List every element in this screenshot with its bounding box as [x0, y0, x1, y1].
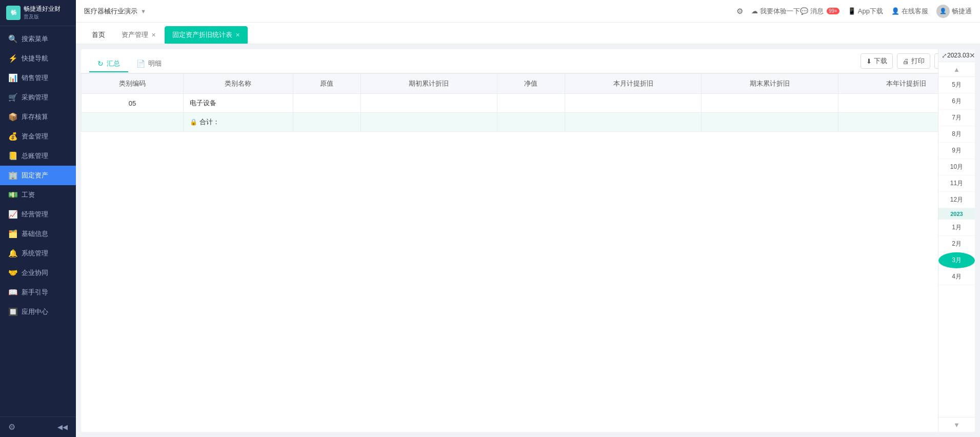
col-period-end: 期末累计折旧	[702, 74, 838, 94]
sidebar-item-label-guide: 新手引导	[22, 288, 48, 297]
print-button[interactable]: 🖨 打印	[897, 53, 930, 69]
depreciation-table: 类别编码 类别名称 原值 期初累计折旧 净值 本月计提折旧 期末累计折旧 本年计…	[81, 73, 975, 132]
col-original: 原值	[293, 74, 361, 94]
sidebar-item-apps[interactable]: 🔲应用中心	[0, 302, 76, 322]
col-code: 类别编码	[82, 74, 184, 94]
sidebar-item-label-purchase: 采购管理	[22, 93, 48, 102]
apps-icon: 🔲	[8, 307, 17, 316]
col-net: 净值	[497, 74, 565, 94]
app-download-action[interactable]: 📱 App下载	[848, 7, 883, 16]
month-item-5[interactable]: 5月	[938, 77, 975, 93]
header-settings-icon[interactable]: ⚙	[736, 7, 743, 16]
row-monthly	[565, 94, 701, 113]
sidebar-item-label-quicknav: 快捷导航	[22, 54, 48, 63]
sub-tab-summary[interactable]: ↻ 汇总	[89, 56, 128, 72]
top-header: 医疗器械行业演示 ▼ ⚙ ☁ 我要体验一下 💬 消息 99+ 📱 App下载 👤…	[76, 0, 980, 23]
row-period-end	[702, 94, 838, 113]
sidebar-item-inventory[interactable]: 📦库存核算	[0, 107, 76, 127]
month-item-11[interactable]: 11月	[938, 175, 975, 192]
date-panel-expand-icon[interactable]: ⤢	[942, 52, 947, 59]
experience-icon: ☁	[751, 7, 758, 15]
tab-assets[interactable]: 资产管理 ✕	[114, 26, 164, 44]
sidebar-item-quicknav[interactable]: ⚡快捷导航	[0, 49, 76, 68]
assets-tab-label: 资产管理	[122, 30, 148, 39]
sub-tab-detail[interactable]: 📄 明细	[128, 56, 170, 72]
depreciation-tab-close-icon[interactable]: ✕	[235, 32, 240, 38]
date-scroll-up-icon[interactable]: ▲	[952, 64, 962, 74]
row-original	[293, 94, 361, 113]
month-item-2[interactable]: 2月	[938, 236, 975, 252]
page-content: ↻ 汇总 📄 明细 ⬇ 下载 🖨 打印 ↻	[81, 49, 975, 432]
row-net	[497, 94, 565, 113]
date-panel: ⤢ 2023.03 ✕ ▲ 5月 6月 7月 8月 9月 10月 11月 12月…	[938, 49, 975, 432]
logo-name: 畅捷通好业财	[24, 5, 61, 13]
purchase-icon: 🛒	[8, 93, 17, 102]
logo-sub: 普及版	[24, 13, 61, 21]
search-icon: 🔍	[8, 34, 17, 44]
collapse-icon[interactable]: ◀◀	[57, 423, 68, 431]
sidebar-item-fixed[interactable]: 🏢固定资产	[0, 166, 76, 185]
inventory-icon: 📦	[8, 112, 17, 122]
month-item-4[interactable]: 4月	[938, 269, 975, 285]
assets-tab-close-icon[interactable]: ✕	[151, 32, 156, 38]
sidebar-item-salary[interactable]: 💵工资	[0, 185, 76, 205]
month-item-9[interactable]: 9月	[938, 143, 975, 159]
month-item-6[interactable]: 6月	[938, 93, 975, 110]
sidebar-bottom: ⚙ ◀◀	[0, 416, 76, 437]
summary-tab-icon: ↻	[97, 59, 104, 68]
sidebar-item-basic[interactable]: 🗂️基础信息	[0, 224, 76, 244]
sidebar-item-funds[interactable]: 💰资金管理	[0, 127, 76, 146]
download-button[interactable]: ⬇ 下载	[861, 53, 893, 69]
date-panel-title: 2023.03	[947, 52, 969, 59]
main-area: 医疗器械行业演示 ▼ ⚙ ☁ 我要体验一下 💬 消息 99+ 📱 App下载 👤…	[76, 0, 980, 437]
home-tab-label: 首页	[92, 30, 105, 39]
settings-icon[interactable]: ⚙	[8, 422, 15, 432]
sidebar-item-ledger[interactable]: 📒总账管理	[0, 146, 76, 166]
system-icon: 🔔	[8, 249, 17, 258]
dropdown-arrow-icon: ▼	[141, 8, 146, 14]
guide-icon: 📖	[8, 288, 17, 297]
date-scroll-down-icon[interactable]: ▼	[952, 420, 962, 430]
coop-icon: 🤝	[8, 268, 17, 277]
month-item-8[interactable]: 8月	[938, 126, 975, 143]
sidebar-nav: 🔍搜索菜单⚡快捷导航📊销售管理🛒采购管理📦库存核算💰资金管理📒总账管理🏢固定资产…	[0, 26, 76, 416]
sidebar-item-search[interactable]: 🔍搜索菜单	[0, 29, 76, 49]
sidebar-item-coop[interactable]: 🤝企业协同	[0, 263, 76, 283]
tab-home[interactable]: 首页	[84, 26, 113, 44]
sidebar-item-label-sales: 销售管理	[22, 73, 48, 83]
month-item-3[interactable]: 3月	[938, 252, 975, 269]
sidebar-item-purchase[interactable]: 🛒采购管理	[0, 88, 76, 107]
col-monthly: 本月计提折旧	[565, 74, 701, 94]
sidebar-item-label-salary: 工资	[22, 190, 35, 200]
row-code: 05	[82, 94, 184, 113]
date-panel-header-bar: ⤢ 2023.03 ✕	[938, 49, 975, 62]
tab-depreciation[interactable]: 固定资产折旧统计表 ✕	[165, 26, 248, 44]
summary-period-end	[702, 113, 838, 132]
sidebar-item-guide[interactable]: 📖新手引导	[0, 283, 76, 302]
summary-code	[82, 113, 184, 132]
date-panel-list: 5月 6月 7月 8月 9月 10月 11月 12月 2023 1月 2月 3月…	[938, 77, 975, 417]
month-item-10[interactable]: 10月	[938, 159, 975, 175]
service-action[interactable]: 👤 在线客服	[891, 7, 928, 16]
message-badge: 99+	[827, 8, 839, 14]
row-name: 电子设备	[184, 94, 293, 113]
header-right: 💬 消息 99+ 📱 App下载 👤 在线客服 👤 畅捷通	[800, 5, 972, 18]
message-icon: 💬	[800, 7, 808, 15]
company-name: 医疗器械行业演示	[84, 7, 137, 16]
date-panel-close-icon[interactable]: ✕	[969, 51, 975, 59]
sidebar-logo: 畅 畅捷通好业财 普及版	[0, 0, 76, 26]
month-item-7[interactable]: 7月	[938, 110, 975, 126]
month-item-12[interactable]: 12月	[938, 192, 975, 208]
user-action[interactable]: 👤 畅捷通	[936, 5, 972, 18]
message-action[interactable]: 💬 消息 99+	[800, 7, 839, 16]
detail-tab-label: 明细	[148, 59, 162, 68]
summary-net	[497, 113, 565, 132]
sidebar-item-label-funds: 资金管理	[22, 132, 48, 141]
company-selector[interactable]: 医疗器械行业演示 ▼	[84, 7, 732, 16]
sidebar-item-sales[interactable]: 📊销售管理	[0, 68, 76, 88]
sidebar-item-system[interactable]: 🔔系统管理	[0, 244, 76, 263]
sidebar-item-operations[interactable]: 📈经营管理	[0, 205, 76, 224]
month-item-1[interactable]: 1月	[938, 220, 975, 236]
experience-button[interactable]: ☁ 我要体验一下	[751, 7, 800, 16]
basic-icon: 🗂️	[8, 229, 17, 239]
